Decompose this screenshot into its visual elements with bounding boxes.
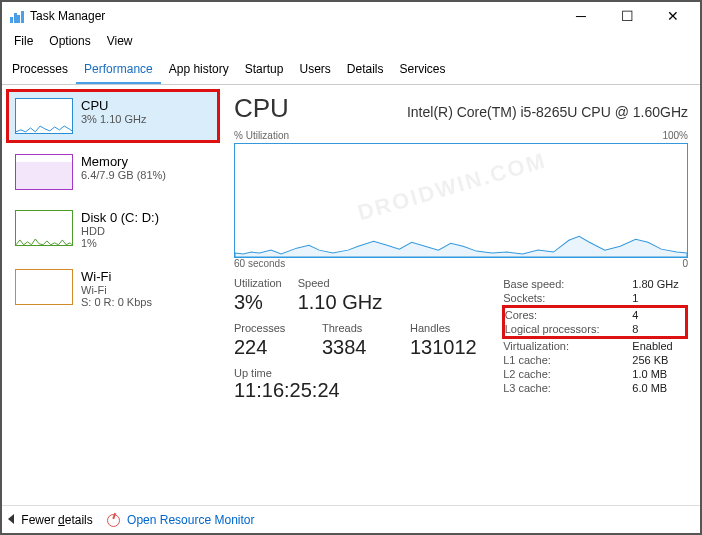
base-speed-value: 1.80 GHz xyxy=(610,277,686,291)
menubar: File Options View xyxy=(2,30,700,52)
virtualization-label: Virtualization: xyxy=(503,338,610,354)
sockets-label: Sockets: xyxy=(503,291,610,307)
sidebar-item-disk[interactable]: Disk 0 (C: D:) HDD 1% xyxy=(6,201,220,258)
sidebar-mem-sub: 6.4/7.9 GB (81%) xyxy=(81,169,166,181)
page-title: CPU xyxy=(234,93,289,124)
sidebar-mem-name: Memory xyxy=(81,154,166,169)
sidebar-item-cpu[interactable]: CPU 3% 1.10 GHz xyxy=(6,89,220,143)
l3-cache-label: L3 cache: xyxy=(503,381,610,395)
chevron-left-icon xyxy=(8,514,14,524)
cpu-thumb xyxy=(15,98,73,134)
tab-details[interactable]: Details xyxy=(339,56,392,84)
cores-label: Cores: xyxy=(503,307,610,323)
resource-monitor-icon xyxy=(107,514,120,527)
stats-right: Base speed:1.80 GHz Sockets:1 Cores:4 Lo… xyxy=(502,277,688,402)
handles-label: Handles xyxy=(410,322,482,334)
sidebar-disk-sub2: 1% xyxy=(81,237,159,249)
open-resource-monitor-link[interactable]: Open Resource Monitor xyxy=(107,513,255,527)
titlebar[interactable]: Task Manager ─ ☐ ✕ xyxy=(2,2,700,30)
menu-view[interactable]: View xyxy=(99,32,141,50)
task-manager-icon xyxy=(10,9,24,23)
l2-cache-label: L2 cache: xyxy=(503,367,610,381)
sidebar-wifi-sub1: Wi-Fi xyxy=(81,284,152,296)
menu-file[interactable]: File xyxy=(6,32,41,50)
sockets-value: 1 xyxy=(610,291,686,307)
sidebar-disk-name: Disk 0 (C: D:) xyxy=(81,210,159,225)
cores-value: 4 xyxy=(610,307,686,323)
base-speed-label: Base speed: xyxy=(503,277,610,291)
logical-processors-label: Logical processors: xyxy=(503,322,610,338)
disk-thumb xyxy=(15,210,73,246)
tab-users[interactable]: Users xyxy=(291,56,338,84)
fewer-details-button[interactable]: Fewer details xyxy=(8,513,93,527)
handles-value: 131012 xyxy=(410,336,477,358)
cpu-graph[interactable]: DROIDWIN.COM xyxy=(234,143,688,258)
logical-processors-value: 8 xyxy=(610,322,686,338)
sidebar: CPU 3% 1.10 GHz Memory 6.4/7.9 GB (81%) xyxy=(2,85,220,504)
tab-performance[interactable]: Performance xyxy=(76,56,161,84)
window-title: Task Manager xyxy=(30,9,105,23)
graph-label-tr: 100% xyxy=(662,130,688,141)
speed-value: 1.10 GHz xyxy=(298,291,382,313)
memory-thumb xyxy=(15,154,73,190)
task-manager-window: Task Manager ─ ☐ ✕ File Options View Pro… xyxy=(0,0,702,535)
close-button[interactable]: ✕ xyxy=(650,2,696,30)
main-panel: CPU Intel(R) Core(TM) i5-8265U CPU @ 1.6… xyxy=(220,85,700,504)
tab-app-history[interactable]: App history xyxy=(161,56,237,84)
tab-services[interactable]: Services xyxy=(392,56,454,84)
threads-value: 3384 xyxy=(322,336,367,358)
content: CPU 3% 1.10 GHz Memory 6.4/7.9 GB (81%) xyxy=(2,85,700,504)
stats-left: Utilization 3% Speed 1.10 GHz Processes … xyxy=(234,277,484,402)
speed-label: Speed xyxy=(298,277,382,289)
statusbar: Fewer details Open Resource Monitor xyxy=(2,505,700,533)
sidebar-cpu-name: CPU xyxy=(81,98,146,113)
maximize-button[interactable]: ☐ xyxy=(604,2,650,30)
tab-startup[interactable]: Startup xyxy=(237,56,292,84)
utilization-label: Utilization xyxy=(234,277,282,289)
sidebar-wifi-sub2: S: 0 R: 0 Kbps xyxy=(81,296,152,308)
l3-cache-value: 6.0 MB xyxy=(610,381,686,395)
uptime-value: 11:16:25:24 xyxy=(234,379,484,402)
menu-options[interactable]: Options xyxy=(41,32,98,50)
graph-label-tl: % Utilization xyxy=(234,130,289,141)
processes-label: Processes xyxy=(234,322,306,334)
graph-label-br: 0 xyxy=(682,258,688,269)
sidebar-cpu-sub: 3% 1.10 GHz xyxy=(81,113,146,125)
minimize-button[interactable]: ─ xyxy=(558,2,604,30)
tab-processes[interactable]: Processes xyxy=(4,56,76,84)
threads-label: Threads xyxy=(322,322,394,334)
uptime-label: Up time xyxy=(234,367,484,379)
l1-cache-label: L1 cache: xyxy=(503,353,610,367)
sidebar-item-memory[interactable]: Memory 6.4/7.9 GB (81%) xyxy=(6,145,220,199)
processes-value: 224 xyxy=(234,336,267,358)
virtualization-value: Enabled xyxy=(610,338,686,354)
tab-bar: Processes Performance App history Startu… xyxy=(2,56,700,85)
sidebar-item-wifi[interactable]: Wi-Fi Wi-Fi S: 0 R: 0 Kbps xyxy=(6,260,220,317)
sidebar-wifi-name: Wi-Fi xyxy=(81,269,152,284)
utilization-value: 3% xyxy=(234,291,263,313)
cpu-model: Intel(R) Core(TM) i5-8265U CPU @ 1.60GHz xyxy=(307,104,688,120)
graph-label-bl: 60 seconds xyxy=(234,258,285,269)
l2-cache-value: 1.0 MB xyxy=(610,367,686,381)
l1-cache-value: 256 KB xyxy=(610,353,686,367)
sidebar-disk-sub1: HDD xyxy=(81,225,159,237)
wifi-thumb xyxy=(15,269,73,305)
